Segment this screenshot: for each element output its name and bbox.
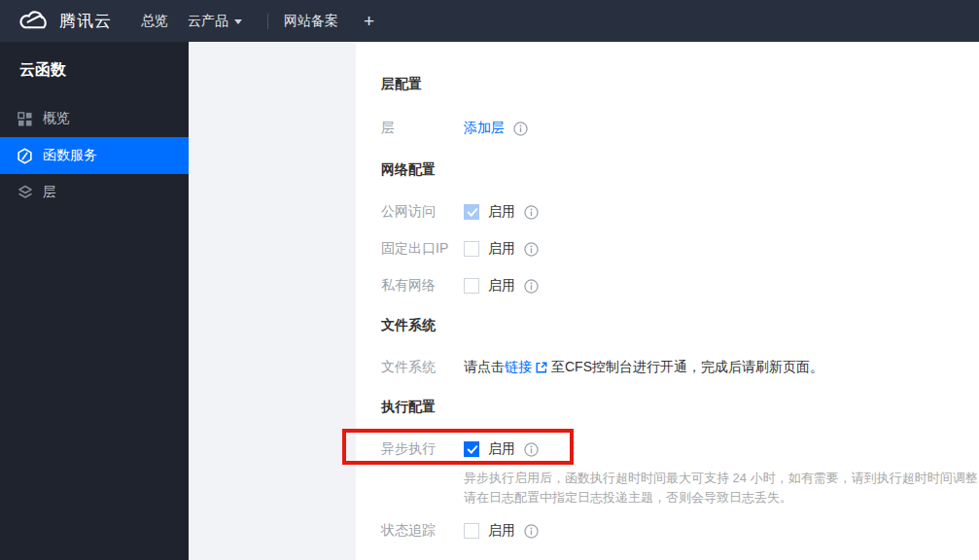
row-label: 公网访问 xyxy=(381,203,464,221)
public-network-checkbox xyxy=(464,204,479,220)
sidebar-item-function-service[interactable]: 函数服务 xyxy=(0,137,189,174)
row-label: 层 xyxy=(381,120,464,137)
layer-row: 层 添加层 xyxy=(381,119,979,138)
nav-links: 总览 云产品 网站备案 + xyxy=(141,11,374,32)
top-navbar: 腾讯云 总览 云产品 网站备案 + xyxy=(0,0,979,42)
nav-item-icp-filing[interactable]: 网站备案 xyxy=(284,13,338,30)
row-label: 状态追踪 xyxy=(381,522,464,540)
async-execution-checkbox[interactable] xyxy=(464,441,479,457)
enable-label: 启用 xyxy=(488,440,515,458)
add-tab-button[interactable]: + xyxy=(364,11,374,32)
sidebar-item-label: 层 xyxy=(43,184,56,201)
sidebar-item-label: 概览 xyxy=(43,110,70,127)
async-execution-note: 异步执行启用后，函数执行超时时间最大可支持 24 小时，如有需要，请到执行超时时… xyxy=(464,469,979,508)
section-heading-layer-config: 层配置 xyxy=(381,76,979,91)
fixed-ip-row: 固定出口IP 启用 xyxy=(381,239,979,259)
layers-icon xyxy=(17,185,33,201)
sidebar-title: 云函数 xyxy=(0,42,189,100)
add-layer-link[interactable]: 添加层 xyxy=(464,120,505,137)
info-icon[interactable] xyxy=(524,279,539,294)
secondary-panel xyxy=(189,42,356,560)
tencent-cloud-logo[interactable]: 腾讯云 xyxy=(17,9,112,34)
nav-item-cloud-products[interactable]: 云产品 xyxy=(188,13,242,30)
file-system-text-before: 请点击 xyxy=(464,359,505,376)
brand-label: 腾讯云 xyxy=(59,10,112,32)
info-icon[interactable] xyxy=(524,442,539,457)
public-network-row: 公网访问 启用 xyxy=(381,202,979,222)
sidebar-item-layers[interactable]: 层 xyxy=(0,174,189,211)
row-label: 异步执行 xyxy=(381,440,464,458)
file-system-text-after: 至CFS控制台进行开通，完成后请刷新页面。 xyxy=(551,359,823,376)
info-icon[interactable] xyxy=(524,524,539,539)
grid-icon xyxy=(17,111,33,127)
info-icon[interactable] xyxy=(513,122,528,136)
status-tracking-row: 状态追踪 启用 xyxy=(381,521,979,541)
file-system-row: 文件系统 请点击链接 至CFS控制台进行开通，完成后请刷新页面。 xyxy=(381,358,979,377)
vpc-checkbox[interactable] xyxy=(464,278,479,294)
nav-divider xyxy=(267,14,268,29)
fixed-ip-checkbox[interactable] xyxy=(464,241,479,257)
nav-item-overview[interactable]: 总览 xyxy=(141,13,168,30)
vpc-row: 私有网络 启用 xyxy=(381,276,979,296)
row-label: 文件系统 xyxy=(381,359,464,376)
sidebar: 云函数 概览 函数服务 层 xyxy=(0,42,189,560)
info-icon[interactable] xyxy=(524,205,539,220)
enable-label: 启用 xyxy=(488,240,515,258)
sidebar-item-overview[interactable]: 概览 xyxy=(0,100,189,137)
settings-panel: 层配置 层 添加层 网络配置 公网访问 启用 xyxy=(356,42,979,560)
row-label: 固定出口IP xyxy=(381,240,464,258)
section-heading-file-system: 文件系统 xyxy=(381,317,979,332)
chevron-down-icon xyxy=(234,19,242,24)
cfs-link[interactable]: 链接 xyxy=(505,359,532,376)
async-execution-row: 异步执行 启用 xyxy=(381,439,979,459)
section-heading-network-config: 网络配置 xyxy=(381,161,979,177)
info-icon[interactable] xyxy=(524,242,539,257)
enable-label: 启用 xyxy=(488,522,515,540)
row-label: 私有网络 xyxy=(381,277,464,295)
sidebar-item-label: 函数服务 xyxy=(43,147,97,164)
enable-label: 启用 xyxy=(488,203,515,221)
status-tracking-checkbox[interactable] xyxy=(464,523,479,539)
enable-label: 启用 xyxy=(488,277,515,295)
section-heading-execution-config: 执行配置 xyxy=(381,399,979,414)
cloud-logo-icon xyxy=(17,9,51,34)
external-link-icon[interactable] xyxy=(535,361,548,374)
function-icon xyxy=(17,148,33,164)
